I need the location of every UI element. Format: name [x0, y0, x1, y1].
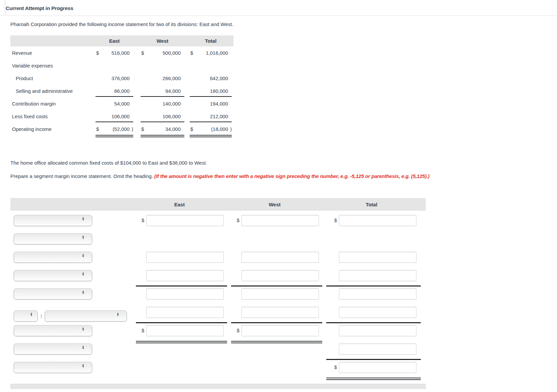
cell-value: 194,000: [195, 101, 228, 107]
row5-line-item-select[interactable]: ▲▼: [14, 288, 92, 300]
answer-row-1: ▲▼ $ $ $: [10, 215, 426, 233]
sum-rule: [141, 96, 184, 97]
row-label: Less fixed costs: [10, 114, 96, 119]
row4-west-input[interactable]: [241, 270, 319, 281]
instruction-emphasis: (If the amount is negative then enter wi…: [154, 173, 429, 179]
table-row-variable-expenses: Variable expenses: [10, 59, 233, 72]
row1-east-input[interactable]: [146, 215, 224, 226]
row4-total-input[interactable]: [339, 270, 416, 281]
sum-rule: [141, 122, 184, 122]
cell-value: 34,000: [146, 126, 181, 132]
dollar-sign: $: [141, 50, 146, 56]
dollar-sign: $: [190, 126, 195, 132]
row6-total-input[interactable]: [339, 307, 416, 318]
income-cell: $1,016,000: [190, 46, 232, 59]
answer-row-3: ▲▼: [10, 252, 426, 270]
cell-value: 212,000: [195, 114, 228, 119]
income-cell: $(18,000): [190, 123, 232, 135]
row1-west-input[interactable]: [241, 215, 319, 226]
table-row-less-fixed-costs: Less fixed costs 106,000 106,000 212,000: [10, 110, 233, 123]
row6-west-input[interactable]: [241, 307, 319, 318]
table-row-operating-income: Operating income $(52,000) $34,000 $(18,…: [10, 123, 233, 135]
row5-east-input[interactable]: [146, 288, 224, 300]
row9-line-item-select[interactable]: ▲▼: [14, 362, 92, 373]
sum-rule: [136, 322, 227, 323]
income-cell: 194,000: [190, 97, 232, 110]
income-cell: 376,000: [96, 72, 133, 84]
income-cell: 642,000: [190, 72, 232, 84]
select-arrows-icon: ▲▼: [82, 364, 84, 368]
cell-value: 140,000: [146, 101, 181, 107]
row-label: Variable expenses: [10, 63, 96, 68]
row7-west-input[interactable]: [241, 325, 319, 336]
answer-col-west: West: [227, 202, 322, 207]
income-cell: 106,000: [96, 110, 133, 123]
main-content: Pharoah Corporation provided the followi…: [0, 21, 557, 389]
row-label: Contribution margin: [10, 101, 96, 107]
sum-rule: [190, 122, 232, 122]
row9-total-input[interactable]: [339, 362, 416, 373]
row-label: Selling and administrative: [10, 88, 96, 94]
select-arrows-icon: ▲▼: [82, 290, 84, 295]
table-row-contribution-margin: Contribution margin 54,000 140,000 194,0…: [10, 97, 233, 110]
row3-line-item-select[interactable]: ▲▼: [14, 252, 92, 263]
dollar-sign: $: [334, 217, 337, 223]
row2-line-item-select[interactable]: ▲▼: [14, 233, 92, 244]
row1-line-item-select[interactable]: ▲▼: [14, 215, 92, 226]
income-cell: 54,000: [96, 97, 133, 110]
cell-value: 516,000: [101, 50, 130, 56]
total-double-rule: [96, 135, 133, 137]
answer-table: East West Total ▲▼ $ $ $ ▲▼ ▲▼: [10, 198, 426, 389]
paren-close: ): [130, 126, 133, 132]
cell-value: 376,000: [101, 75, 130, 81]
row5-total-input[interactable]: [339, 288, 416, 300]
income-cell: $(52,000): [96, 123, 133, 135]
cell-value: 86,000: [101, 88, 130, 94]
dollar-sign: $: [142, 328, 144, 333]
income-statement-table: East West Total Revenue $516,000 $500,00…: [10, 35, 233, 135]
row4-east-input[interactable]: [146, 270, 224, 281]
answer-row-4: ▲▼: [10, 270, 426, 288]
dollar-sign: $: [190, 50, 195, 56]
row8-total-input[interactable]: [339, 344, 416, 355]
panel-left-border: [5, 0, 5, 15]
next-section-header-edge: [10, 384, 426, 389]
dollar-sign: $: [142, 217, 144, 223]
total-double-rule: [190, 135, 232, 137]
row3-west-input[interactable]: [241, 252, 319, 263]
answer-row-2: ▲▼: [10, 233, 426, 252]
page-title: Current Attempt in Progress: [0, 0, 557, 15]
table-row-product: Product 376,000 266,000 642,000: [10, 72, 233, 84]
home-office-note: The home office allocated common fixed c…: [10, 160, 557, 166]
row1-total-input[interactable]: [339, 215, 416, 226]
select-arrows-icon: ▲▼: [82, 272, 84, 276]
answer-row-5: ▲▼: [10, 288, 426, 307]
total-double-rule: [141, 135, 184, 137]
income-cell: 212,000: [190, 110, 232, 123]
total-double-rule: [326, 378, 421, 380]
row4-line-item-select[interactable]: ▲▼: [14, 270, 92, 281]
income-col-east: East: [96, 38, 133, 44]
row7-total-input[interactable]: [339, 325, 416, 336]
select-arrows-icon: ▲▼: [117, 313, 119, 317]
row6-select-a[interactable]: ▲▼: [14, 311, 38, 322]
section-divider: [0, 15, 557, 16]
sum-rule: [136, 285, 227, 286]
dollar-sign: $: [141, 126, 146, 132]
row6-east-input[interactable]: [146, 307, 224, 318]
row8-line-item-select[interactable]: ▲▼: [14, 344, 92, 355]
row3-east-input[interactable]: [146, 252, 224, 263]
row7-line-item-select[interactable]: ▲▼: [14, 325, 92, 336]
dollar-sign: $: [237, 217, 239, 223]
answer-table-header: East West Total: [10, 198, 426, 211]
paren-close: ): [228, 126, 232, 132]
answer-row-7: ▲▼ $ $: [10, 325, 426, 344]
row3-total-input[interactable]: [339, 252, 416, 263]
cell-value: 106,000: [101, 114, 130, 119]
total-double-rule: [136, 341, 227, 343]
row7-east-input[interactable]: [146, 325, 224, 336]
dollar-sign: $: [96, 50, 101, 56]
row6-select-b[interactable]: ▲▼: [45, 311, 127, 322]
instruction-plain: Prepare a segment margin income statemen…: [10, 173, 154, 179]
row5-west-input[interactable]: [241, 288, 319, 300]
